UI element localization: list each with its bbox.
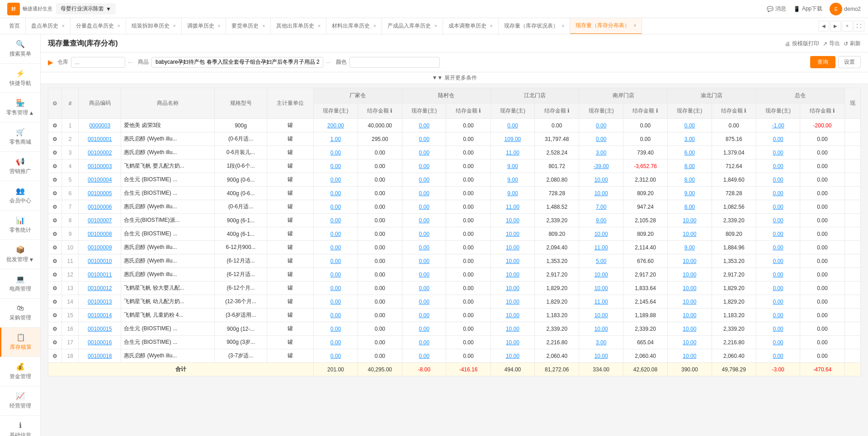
row-fac-stock[interactable]: 200.00 [314,119,358,132]
row-lu-stock[interactable]: 0.00 [402,322,446,336]
row-yb-stock[interactable]: 10.00 [668,349,712,363]
row-jb-stock[interactable]: 11.00 [491,200,535,214]
row-yb-stock[interactable]: 0.00 [668,119,712,132]
row-code[interactable]: 00100009 [79,241,121,254]
row-fac-stock[interactable]: 0.00 [314,268,358,281]
row-jb-stock[interactable]: 10.00 [491,336,535,349]
row-jb-stock[interactable]: 9.00 [491,187,535,200]
row-yb-stock[interactable]: 3.00 [668,132,712,146]
row-yb-stock[interactable]: 9.00 [668,187,712,200]
sidebar-item-inventory[interactable]: 📋 库存核算 [0,328,40,357]
row-code[interactable]: 00100003 [79,159,121,173]
row-tot-stock[interactable]: 0.00 [756,159,800,173]
tab-close[interactable]: × [434,23,437,28]
row-na-stock[interactable]: 10.00 [579,187,623,200]
row-fac-stock[interactable]: 0.00 [314,173,358,187]
row-jb-stock[interactable]: 11.00 [491,146,535,159]
sidebar-item-business[interactable]: 📈 经营管理 [0,386,40,416]
sidebar-item-search[interactable]: 🔍 搜索英单 [0,34,40,64]
tab-next-btn[interactable]: ▶ [830,21,841,32]
row-fac-stock[interactable]: 0.00 [314,187,358,200]
tab-close[interactable]: × [562,23,565,28]
row-jb-stock[interactable]: 10.00 [491,254,535,268]
row-code[interactable]: 00100002 [79,146,121,159]
sidebar-item-wholesale[interactable]: 📦 批发管理 ▼ [0,240,40,269]
row-lu-stock[interactable]: 0.00 [402,214,446,227]
row-tot-stock[interactable]: 0.00 [756,187,800,200]
row-jb-stock[interactable]: 10.00 [491,214,535,227]
row-code[interactable]: 00100004 [79,173,121,187]
tab-xiancun1[interactable]: 现存量（库存状况表） × [499,18,571,34]
row-fac-stock[interactable]: 0.00 [314,241,358,254]
row-fac-stock[interactable]: 0.00 [314,159,358,173]
tab-close[interactable]: × [373,23,376,28]
row-lu-stock[interactable]: 0.00 [402,200,446,214]
row-lu-stock[interactable]: 0.00 [402,241,446,254]
row-yb-stock[interactable]: 10.00 [668,281,712,295]
tab-close[interactable]: × [118,23,120,28]
tab-close[interactable]: × [218,23,221,28]
row-tot-stock[interactable]: 0.00 [756,268,800,281]
row-code[interactable]: 00100011 [79,268,121,281]
row-gear[interactable]: ⚙ [48,268,62,281]
row-tot-stock[interactable]: 0.00 [756,254,800,268]
tab-fullscreen-btn[interactable]: ⛶ [854,21,864,32]
row-na-stock[interactable]: 5.00 [579,254,623,268]
row-code[interactable]: 00100018 [79,349,121,363]
color-input[interactable] [349,57,440,68]
gear-header[interactable]: ⚙ [48,88,62,119]
row-gear[interactable]: ⚙ [48,146,62,159]
row-na-stock[interactable]: -39.00 [579,159,623,173]
sidebar-item-marketing[interactable]: 📢 营销推广 [0,152,40,181]
row-tot-stock[interactable]: 0.00 [756,336,800,349]
row-tot-stock[interactable]: 0.00 [756,146,800,159]
row-tot-stock[interactable]: 0.00 [756,173,800,187]
tab-zuzhuang[interactable]: 组装拆卸单历史 × [126,18,182,34]
row-yb-stock[interactable]: 8.00 [668,200,712,214]
row-lu-stock[interactable]: 0.00 [402,309,446,322]
tab-diaob[interactable]: 调拨单历史 × [182,18,226,34]
row-yb-stock[interactable]: 10.00 [668,214,712,227]
row-tot-stock[interactable]: 0.00 [756,295,800,309]
row-jb-stock[interactable]: 0.00 [491,119,535,132]
row-lu-stock[interactable]: 0.00 [402,159,446,173]
row-jb-stock[interactable]: 9.00 [491,159,535,173]
tab-close[interactable]: × [490,23,493,28]
sidebar-item-stats[interactable]: 📊 零售统计 [0,211,40,240]
row-code[interactable]: 00100007 [79,214,121,227]
row-fac-stock[interactable]: 0.00 [314,295,358,309]
row-fac-stock[interactable]: 0.00 [314,309,358,322]
row-yb-stock[interactable]: 10.00 [668,322,712,336]
row-na-stock[interactable]: 3.00 [579,146,623,159]
sidebar-item-purchase[interactable]: 🛍 采购管理 [0,299,40,328]
row-jb-stock[interactable]: 10.00 [491,241,535,254]
row-code[interactable]: 00100013 [79,295,121,309]
tab-yaohuo[interactable]: 要货单历史 × [226,18,271,34]
row-lu-stock[interactable]: 0.00 [402,295,446,309]
row-lu-stock[interactable]: 0.00 [402,281,446,295]
row-yb-stock[interactable]: 10.00 [668,254,712,268]
refresh-btn[interactable]: ↺ 刷新 [844,40,861,47]
row-tot-stock[interactable]: 0.00 [756,200,800,214]
export-btn[interactable]: ↗ 导出 [823,40,840,47]
row-yb-stock[interactable]: 8.00 [668,173,712,187]
expand-conditions[interactable]: ▼▼ 展开更多条件 [41,72,868,84]
print-btn[interactable]: 🖨 按模版打印 [785,40,819,47]
app-download-btn[interactable]: 📱 App下载 [793,5,822,13]
tab-home[interactable]: 首页 [4,18,26,34]
tab-close[interactable]: × [318,23,321,28]
row-gear[interactable]: ⚙ [48,214,62,227]
row-jb-stock[interactable]: 10.00 [491,295,535,309]
sidebar-item-basic[interactable]: ℹ 基础信息 [0,416,40,436]
row-jb-stock[interactable]: 10.00 [491,309,535,322]
row-gear[interactable]: ⚙ [48,187,62,200]
row-na-stock[interactable]: 10.00 [579,227,623,241]
query-btn[interactable]: 查询 [810,56,835,68]
row-yb-stock[interactable]: 10.00 [668,309,712,322]
row-lu-stock[interactable]: 0.00 [402,173,446,187]
row-na-stock[interactable]: 3.00 [579,336,623,349]
row-na-stock[interactable]: 10.00 [579,349,623,363]
row-tot-stock[interactable]: 0.00 [756,241,800,254]
warehouse-dots[interactable]: ··· [128,59,132,66]
row-gear[interactable]: ⚙ [48,309,62,322]
